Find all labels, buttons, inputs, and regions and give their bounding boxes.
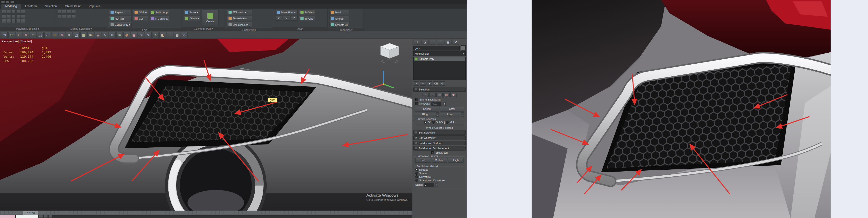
timeline-track[interactable] <box>1 211 411 214</box>
ribbon-icon[interactable] <box>2 9 6 14</box>
preset-high-button[interactable]: High <box>448 158 464 163</box>
checkbox[interactable] <box>415 98 418 101</box>
rollout-edit-geometry[interactable]: Edit Geometry <box>413 136 466 140</box>
toolbar-icon[interactable]: ⌬ <box>138 32 144 38</box>
toolbar-icon[interactable]: ⟴ <box>88 32 94 38</box>
status-icon[interactable] <box>44 215 48 218</box>
ribbon-icon[interactable] <box>67 14 71 19</box>
make-unique-icon[interactable]: ✱ <box>427 81 432 86</box>
tab-modeling[interactable]: Modeling <box>1 4 21 9</box>
rollout-soft-selection[interactable]: Soft Selection <box>413 130 466 135</box>
ribbon-icon[interactable] <box>67 9 71 14</box>
ring-button[interactable]: Ring <box>415 112 435 117</box>
tab-freeform[interactable]: Freeform <box>21 4 41 9</box>
time-slider[interactable]: 0 / 100 <box>23 211 38 215</box>
vertex-mode-icon[interactable]: ∴ <box>423 93 429 97</box>
toolbar-icon[interactable]: ▤ <box>174 32 180 38</box>
swift-loop-button[interactable]: Swift Loop <box>150 9 169 15</box>
preview-subobj-radio[interactable] <box>432 121 435 124</box>
toolbar-icon[interactable]: ▭ <box>44 32 51 38</box>
preview-off-radio[interactable] <box>424 121 427 124</box>
ignore-backfacing-checkbox[interactable]: Ignore Backfacing <box>413 98 466 101</box>
ribbon-icon[interactable] <box>7 9 11 14</box>
toolbar-icon[interactable]: ✎ <box>145 32 152 38</box>
ribbon-icon[interactable] <box>11 9 16 14</box>
grow-button[interactable]: Grow <box>440 107 464 111</box>
toolbar-icon[interactable]: ▦ <box>80 32 87 38</box>
toolbar-icon[interactable]: % <box>59 32 65 38</box>
ribbon-icon[interactable] <box>72 9 76 14</box>
border-mode-icon[interactable]: ▭ <box>436 93 443 97</box>
by-angle-checkbox[interactable]: By Angle 45.0 <box>413 102 466 106</box>
modify-tab-icon[interactable]: ◪ <box>422 40 429 44</box>
tessellate-button[interactable]: Tessellate ▾ <box>227 16 252 21</box>
modifier-list-dropdown[interactable]: Modifier List <box>413 51 466 56</box>
ribbon-icon[interactable] <box>57 9 61 14</box>
ring-spinner[interactable] <box>436 112 439 117</box>
msmooth-button[interactable]: MSmooth ▾ <box>227 9 252 15</box>
method-spatial-radio[interactable] <box>415 172 418 175</box>
edge-mode-icon[interactable]: ⟋ <box>429 93 436 97</box>
object-color-swatch[interactable] <box>461 45 466 50</box>
ribbon-icon[interactable] <box>16 19 20 23</box>
element-mode-icon[interactable]: ⬢ <box>450 93 457 97</box>
tab-populate[interactable]: Populate <box>85 4 104 9</box>
to-grid-button[interactable]: To Grid <box>299 16 315 21</box>
toolbar-icon[interactable]: ≋ <box>116 32 123 38</box>
ribbon-icon[interactable] <box>16 9 20 14</box>
ribbon-icon[interactable] <box>62 14 66 19</box>
ribbon-icon[interactable] <box>57 14 61 19</box>
method-spatial-curvature-radio[interactable] <box>415 179 418 182</box>
viewport-label[interactable]: Perspective] [Shaded] <box>1 39 32 43</box>
ribbon-icon[interactable] <box>2 14 6 19</box>
rollout-selection[interactable]: Selection <box>413 87 466 92</box>
ribbon-icon[interactable] <box>2 19 6 23</box>
tab-selection[interactable]: Selection <box>41 4 60 9</box>
ribbon-icon[interactable] <box>11 14 16 19</box>
ribbon-icon[interactable] <box>7 14 11 19</box>
toolbar-icon[interactable]: ⬚ <box>37 32 44 38</box>
maxscript-mini-listener[interactable] <box>0 215 16 218</box>
panel-caption[interactable]: Align <box>273 27 327 31</box>
toolbar-icon[interactable]: ⌖ <box>16 32 22 38</box>
toolbar-icon[interactable]: ⟲ <box>1 32 8 38</box>
spinner[interactable] <box>443 102 446 106</box>
ribbon-icon[interactable] <box>16 14 20 19</box>
use-displace-button[interactable]: Use Displace... <box>227 22 252 28</box>
pin-stack-icon[interactable]: ▪ <box>414 81 420 86</box>
split-mesh-checkbox[interactable]: Split Mesh <box>413 151 466 154</box>
undo-icon[interactable] <box>10 1 14 3</box>
method-regular-radio[interactable] <box>415 168 418 171</box>
configure-modifier-sets-icon[interactable]: ⚙ <box>439 81 445 86</box>
tab-object-paint[interactable]: Object Paint <box>61 4 84 9</box>
ribbon-icon[interactable] <box>62 9 66 14</box>
preview-multi-radio[interactable] <box>446 121 448 124</box>
hard-button[interactable]: Hard <box>330 9 349 15</box>
toolbar-icon[interactable]: ◇ <box>181 32 187 38</box>
create-tab-icon[interactable]: ✛ <box>414 40 421 44</box>
toolbar-icon[interactable]: ◍ <box>123 32 130 38</box>
relax-button[interactable]: Relax ▾ <box>184 9 200 15</box>
smooth-30-button[interactable]: Smooth 30 <box>330 22 349 28</box>
toolbar-icon[interactable]: ⟳ <box>8 32 15 38</box>
preset-medium-button[interactable]: Medium <box>432 158 447 163</box>
create-button[interactable]: Create <box>202 9 219 26</box>
save-icon[interactable] <box>6 1 9 3</box>
steps-spinner[interactable] <box>435 183 438 187</box>
panel-caption[interactable]: Modify Selection ▾ <box>55 27 107 31</box>
rollout-subdivision-displacement[interactable]: Subdivision Displacement <box>413 146 466 150</box>
checkbox[interactable] <box>431 151 434 154</box>
display-tab-icon[interactable]: ▦ <box>444 40 452 44</box>
toolbar-icon[interactable]: ⊞ <box>52 32 58 38</box>
ribbon-icon[interactable] <box>21 14 25 19</box>
object-name-field[interactable]: gum <box>413 46 460 50</box>
toolbar-icon[interactable]: ◰ <box>73 32 80 38</box>
maxscript-mini-listener[interactable] <box>16 215 38 218</box>
make-planar-button[interactable]: Make Planar <box>275 9 298 15</box>
toolbar-icon[interactable]: ✥ <box>23 32 29 38</box>
ribbon-icon[interactable] <box>7 19 11 23</box>
stack-item-editable-poly[interactable]: Editable Poly <box>414 57 465 61</box>
ribbon-icon[interactable] <box>11 19 16 23</box>
rollout-subdivision-surface[interactable]: Subdivision Surface <box>413 141 466 145</box>
qslice-button[interactable]: QSlice <box>133 9 148 15</box>
